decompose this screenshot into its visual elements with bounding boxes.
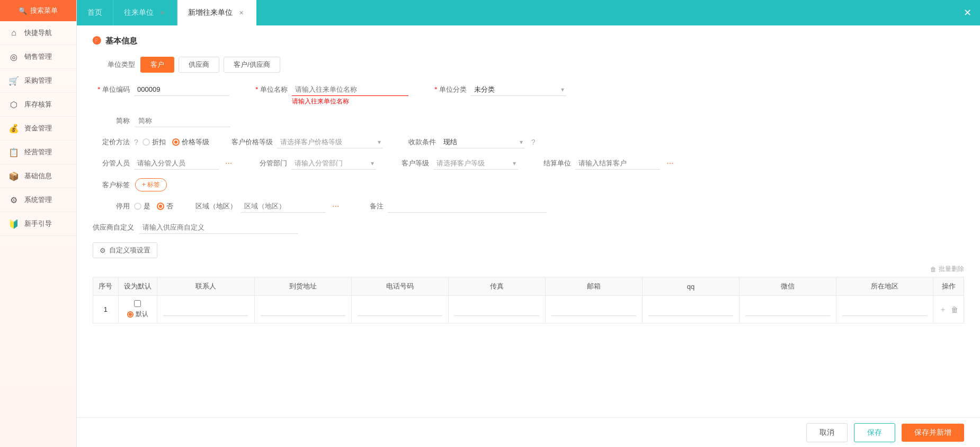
col-action: 操作 (933, 277, 964, 296)
col-index: 序号 (93, 277, 119, 296)
customer-price-level-select[interactable]: 请选择客户价格等级 (277, 136, 383, 148)
payment-terms-select[interactable]: 现结 (440, 136, 525, 148)
settlement-more-btn[interactable]: ··· (664, 159, 675, 168)
unit-category-label: 单位分类 (430, 85, 467, 94)
manager-field: 分管人员 ··· (93, 157, 234, 170)
pricing-help-icon[interactable]: ? (134, 138, 138, 146)
payment-help-icon[interactable]: ? (531, 138, 536, 146)
inventory-icon: ⬡ (8, 99, 19, 110)
manager-input[interactable] (134, 157, 219, 170)
tab-home[interactable]: 首页 (77, 0, 113, 25)
supplier-custom-input[interactable] (139, 221, 298, 234)
qq-input[interactable] (648, 303, 733, 316)
col-qq: qq (642, 277, 739, 296)
pricing-radio-group: 折扣 价格等级 (142, 137, 209, 147)
add-row-icon[interactable]: ＋ (939, 305, 947, 314)
custom-settings-button[interactable]: ⚙ 自定义项设置 (93, 242, 157, 258)
sidebar-item-quick-nav[interactable]: ⌂ 快捷导航 (0, 21, 76, 45)
col-fax: 传真 (448, 277, 545, 296)
form-content: 🅟 基本信息 单位类型 客户 供应商 客户/供应商 单位编码 单位名称 (77, 25, 980, 417)
radio-yes-circle (134, 203, 141, 210)
customer-level-field: 客户等级 请选择客户等级 (397, 157, 518, 170)
sidebar-item-guide[interactable]: 🔰 新手引导 (0, 212, 76, 236)
sidebar-item-finance[interactable]: 💰 资金管理 (0, 117, 76, 141)
department-select[interactable]: 请输入分管部门 (291, 157, 376, 170)
sidebar-item-inventory[interactable]: ⬡ 库存核算 (0, 93, 76, 117)
manager-label: 分管人员 (93, 159, 130, 168)
close-new-partner-tab[interactable]: ✕ (237, 8, 245, 17)
tab-partners[interactable]: 往来单位 ✕ (113, 0, 177, 25)
unit-code-field: 单位编码 (93, 83, 229, 96)
notes-label: 备注 (362, 201, 384, 211)
region-input[interactable] (241, 200, 326, 213)
payment-terms-wrapper: 现结 (440, 136, 525, 148)
short-name-input[interactable] (135, 115, 230, 127)
radio-discount[interactable]: 折扣 (142, 137, 166, 147)
unit-code-label: 单位编码 (93, 85, 130, 94)
customer-level-select[interactable]: 请选择客户等级 (433, 157, 518, 170)
row-supplier-custom: 供应商自定义 (93, 221, 964, 234)
settlement-unit-input[interactable] (575, 157, 660, 170)
sidebar-item-system[interactable]: ⚙ 系统管理 (0, 188, 76, 212)
address-input[interactable] (261, 303, 345, 316)
unit-code-input[interactable] (134, 83, 229, 96)
radio-price-level[interactable]: 价格等级 (172, 137, 209, 147)
guide-icon: 🔰 (8, 218, 19, 229)
section-basic-info: 🅟 基本信息 (93, 36, 964, 46)
fax-input[interactable] (455, 303, 539, 316)
type-btn-both[interactable]: 客户/供应商 (224, 57, 280, 73)
cell-qq (642, 296, 739, 323)
radio-yes[interactable]: 是 (134, 201, 150, 211)
customer-level-wrapper: 请选择客户等级 (433, 157, 518, 170)
radio-price-level-circle (172, 138, 180, 146)
type-btn-supplier[interactable]: 供应商 (179, 57, 219, 73)
add-tag-button[interactable]: + 标签 (135, 178, 167, 191)
phone-input[interactable] (358, 303, 442, 316)
settlement-unit-field: 结算单位 ··· (539, 157, 675, 170)
radio-no[interactable]: 否 (157, 201, 173, 211)
unit-category-select[interactable]: 未分类 (471, 83, 566, 96)
close-partners-tab[interactable]: ✕ (158, 8, 166, 17)
sidebar: 🔍 搜索菜单 ⌂ 快捷导航 ◎ 销售管理 🛒 采购管理 ⬡ 库存核算 💰 资金管… (0, 0, 77, 447)
cell-region (836, 296, 933, 323)
region-cell-input[interactable] (842, 303, 927, 316)
email-input[interactable] (551, 303, 636, 316)
system-icon: ⚙ (8, 195, 19, 205)
default-radio[interactable] (127, 311, 133, 318)
search-icon: 🔍 (19, 7, 27, 15)
basics-icon: 📦 (8, 171, 19, 181)
row-pricing: 定价方法 ? 折扣 价格等级 客户价格等级 请选择客 (93, 136, 964, 148)
save-button[interactable]: 保存 (854, 423, 895, 442)
cell-fax (448, 296, 545, 323)
sidebar-item-operations[interactable]: 📋 经营管理 (0, 141, 76, 164)
cell-email (545, 296, 642, 323)
type-btn-customer[interactable]: 客户 (140, 57, 174, 73)
region-field: 区域（地区） ··· (194, 200, 341, 213)
radio-discount-circle (142, 138, 150, 146)
close-window-button[interactable]: ✕ (955, 0, 980, 25)
batch-delete-button[interactable]: 🗑 批量删除 (930, 265, 964, 274)
delete-icon: 🗑 (930, 266, 937, 273)
supplier-custom-label: 供应商自定义 (93, 223, 134, 232)
sidebar-item-basics[interactable]: 📦 基础信息 (0, 164, 76, 188)
contacts-table-section: 🗑 批量删除 序号 设为默认 联系人 到货地址 电话号码 传真 邮箱 (93, 265, 964, 323)
manager-more-btn[interactable]: ··· (223, 159, 234, 168)
save-new-button[interactable]: 保存并新增 (902, 424, 964, 442)
sales-icon: ◎ (8, 51, 19, 62)
delete-row-icon[interactable]: 🗑 (951, 305, 958, 314)
finance-icon: 💰 (8, 123, 19, 134)
row-checkbox[interactable] (134, 300, 141, 307)
search-menu[interactable]: 🔍 搜索菜单 (0, 0, 76, 21)
wechat-input[interactable] (745, 303, 830, 316)
main-area: 首页 往来单位 ✕ 新增往来单位 ✕ ✕ 🅟 基本信息 单位类型 客户 供应商 … (77, 0, 980, 447)
unit-name-input[interactable] (292, 83, 408, 96)
sidebar-item-sales[interactable]: ◎ 销售管理 (0, 45, 76, 69)
unit-name-label: 单位名称 (251, 85, 288, 94)
contact-input[interactable] (163, 303, 248, 316)
region-more-btn[interactable]: ··· (330, 201, 341, 211)
tab-new-partner[interactable]: 新增往来单位 ✕ (177, 0, 256, 25)
notes-input[interactable] (388, 200, 547, 213)
sidebar-item-purchase[interactable]: 🛒 采购管理 (0, 69, 76, 93)
cancel-button[interactable]: 取消 (806, 423, 848, 442)
disabled-label: 停用 (93, 201, 130, 211)
